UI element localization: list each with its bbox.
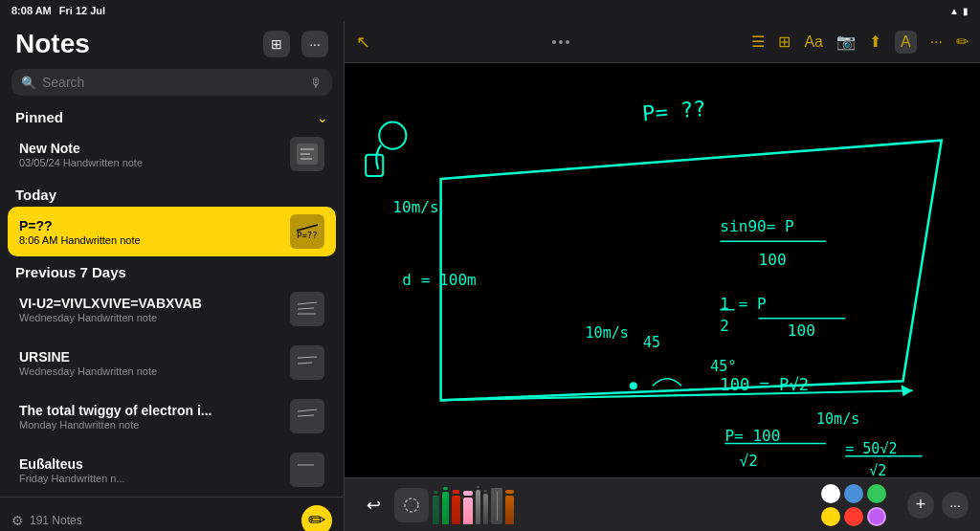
color-white[interactable] (821, 484, 840, 503)
note-canvas: ↖ ☰ ⊞ Aa 📷 ⬆ A ··· ✏ (345, 21, 980, 531)
svg-text:√2: √2 (739, 452, 757, 470)
undo-button[interactable]: ↩ (356, 488, 390, 522)
search-input[interactable] (42, 75, 304, 90)
pinned-section-title: Pinned (15, 109, 63, 125)
color-blue[interactable] (844, 484, 863, 503)
pinned-chevron-icon[interactable]: ⌄ (317, 110, 328, 125)
pinned-note-meta: 03/05/24 Handwritten note (19, 157, 282, 168)
lasso-button[interactable] (394, 488, 429, 522)
prev7-section-title: Previous 7 Days (15, 264, 126, 280)
prev-note-thumb-1 (290, 345, 324, 380)
table-icon[interactable]: ⊞ (778, 33, 791, 51)
battery-icon: ▮ (963, 6, 969, 16)
more-icon[interactable]: ··· (930, 33, 943, 51)
prev-note-meta-1: Wednesday Handwritten note (19, 365, 282, 377)
notes-count: 191 Notes (30, 514, 82, 527)
tool-pen-thin2[interactable] (483, 490, 488, 524)
tool-pen-thin[interactable] (476, 486, 480, 524)
today-note-title: P=?? (19, 218, 282, 233)
prev-note-text-0: VI-U2=VIVLXVIVE=VABXVAB Wednesday Handwr… (19, 296, 282, 323)
svg-text:√2: √2 (869, 462, 886, 477)
color-green[interactable] (867, 484, 886, 503)
drawing-tools (433, 486, 810, 524)
more-tools-button[interactable]: ··· (942, 492, 969, 519)
prev-note-title-1: URSINE (19, 349, 282, 365)
new-note-button[interactable]: ✏ (301, 505, 332, 531)
checklist-icon[interactable]: ☰ (751, 33, 765, 51)
prev-note-text-3: Eußalteus Friday Handwritten n... (19, 456, 282, 484)
sidebar-title: Notes (15, 29, 90, 59)
svg-text:100: 100 (788, 321, 815, 340)
tool-pencil-2[interactable] (442, 487, 449, 524)
sidebar-panel-icon[interactable]: ⊞ (263, 31, 290, 57)
prev-note-title-2: The total twiggy of electron i... (19, 403, 282, 418)
prev-note-meta-3: Friday Handwritten n... (19, 473, 282, 484)
color-red[interactable] (844, 507, 863, 526)
tool-brush-wide[interactable] (505, 490, 514, 524)
tool-ruler[interactable] (491, 488, 502, 524)
sidebar: Notes ⊞ ··· 🔍 🎙 Pinned ⌄ New Note 03/05/… (0, 21, 345, 531)
list-item[interactable]: The total twiggy of electron i... Monday… (8, 391, 336, 441)
mic-icon[interactable]: 🎙 (310, 76, 323, 90)
svg-point-46 (630, 382, 637, 389)
color-yellow[interactable] (821, 507, 840, 526)
svg-point-19 (379, 122, 406, 149)
list-item[interactable]: URSINE Wednesday Handwritten note (8, 338, 336, 387)
svg-text:45°: 45° (710, 358, 736, 375)
toolbar-right: ☰ ⊞ Aa 📷 ⬆ A ··· ✏ (751, 31, 969, 54)
svg-text:100 = P√2: 100 = P√2 (720, 375, 809, 394)
svg-text:P= 100: P= 100 (724, 427, 780, 445)
svg-text:10m/s: 10m/s (816, 410, 859, 428)
share-icon[interactable]: ⬆ (869, 33, 881, 51)
camera-icon[interactable]: 📷 (836, 33, 856, 51)
prev7-section-header: Previous 7 Days (0, 258, 344, 282)
sidebar-header: Notes ⊞ ··· (0, 21, 344, 63)
tool-marker-red[interactable] (452, 490, 460, 524)
prev-note-meta-0: Wednesday Handwritten note (19, 312, 282, 323)
text-format-icon[interactable]: Aa (804, 33, 823, 51)
today-note-thumb: P=?? (290, 214, 324, 249)
tool-pencil-1[interactable] (433, 491, 439, 524)
back-arrow-icon[interactable]: ↖ (356, 32, 370, 53)
svg-point-47 (405, 498, 418, 512)
add-tool-button[interactable]: + (907, 492, 934, 519)
pinned-note-text: New Note 03/05/24 Handwritten note (19, 141, 282, 168)
svg-text:= 50√2: = 50√2 (845, 440, 897, 457)
today-note-meta: 8:06 AM Handwritten note (19, 234, 282, 246)
status-bar: 8:08 AM Fri 12 Jul ▲ ▮ (0, 0, 980, 21)
svg-text:45: 45 (643, 334, 660, 351)
toolbar-left: ↖ (356, 32, 370, 53)
tool-eraser[interactable] (463, 491, 473, 524)
today-section-title: Today (15, 187, 56, 203)
svg-text:P=??: P=?? (297, 231, 318, 240)
svg-marker-24 (441, 141, 942, 401)
today-note-item-active[interactable]: P=?? 8:06 AM Handwritten note P=?? (8, 207, 336, 256)
color-swatches (821, 484, 898, 526)
status-time: 8:08 AM (11, 5, 52, 16)
prev-note-text-1: URSINE Wednesday Handwritten note (19, 349, 282, 377)
svg-rect-17 (295, 457, 320, 482)
search-bar[interactable]: 🔍 🎙 (11, 69, 332, 96)
svg-text:sin90= P: sin90= P (720, 217, 793, 235)
list-item[interactable]: VI-U2=VIVLXVIVE=VABXVAB Wednesday Handwr… (8, 284, 336, 334)
svg-text:d = 100m: d = 100m (402, 271, 476, 289)
markup-icon[interactable]: A (895, 31, 917, 54)
sidebar-footer: ⚙ 191 Notes ✏ (0, 497, 344, 531)
prev-note-thumb-0 (290, 292, 324, 326)
pinned-note-thumb (290, 137, 324, 171)
main-area: Notes ⊞ ··· 🔍 🎙 Pinned ⌄ New Note 03/05/… (0, 21, 980, 531)
search-icon: 🔍 (21, 76, 36, 90)
prev-note-title-3: Eußalteus (19, 456, 282, 472)
svg-text:10m/s: 10m/s (586, 324, 629, 342)
note-toolbar: ↖ ☰ ⊞ Aa 📷 ⬆ A ··· ✏ (345, 21, 980, 63)
pinned-note-title: New Note (19, 141, 282, 156)
today-note-text: P=?? 8:06 AM Handwritten note (19, 218, 282, 246)
pinned-section-header: Pinned ⌄ (0, 103, 344, 127)
sidebar-more-icon[interactable]: ··· (301, 31, 328, 57)
list-item[interactable]: Eußalteus Friday Handwritten n... (8, 445, 336, 495)
color-purple[interactable] (867, 507, 886, 526)
compose-icon[interactable]: ✏ (956, 33, 969, 51)
svg-marker-29 (902, 385, 913, 396)
pinned-note-item[interactable]: New Note 03/05/24 Handwritten note (8, 129, 336, 179)
prev-note-text-2: The total twiggy of electron i... Monday… (19, 403, 282, 431)
